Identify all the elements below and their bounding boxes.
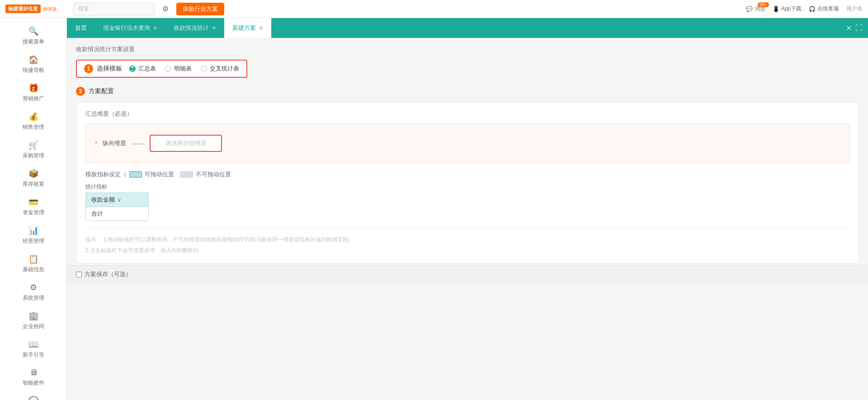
vertical-label: 纵向维度 bbox=[103, 139, 126, 147]
main-layout: 🔍 搜索菜单 🏠 快捷导航 🎁 营销推广 💰 销售管理 🛒 采购管理 📦 库存核… bbox=[0, 18, 868, 400]
footer-section: 方案保存（可选） bbox=[67, 265, 868, 283]
message-button[interactable]: 💬 消息 99+ bbox=[746, 5, 765, 13]
tab-new-plan[interactable]: 新建方案 ✕ bbox=[224, 18, 271, 38]
topbar: 畅捷通好生意 标准版 搜索 ⚙ 体验行业方案 💬 消息 99+ 📱 App下载 … bbox=[0, 0, 868, 18]
page-content: 收款情况统计方案设置 1 选择模板 汇总表 bbox=[67, 38, 868, 400]
metric-settings-header: 模板指标设定（ 可拖动位置 不可拖动位置 bbox=[85, 170, 849, 179]
system-icon: ⚙ bbox=[30, 282, 37, 292]
dimension-title: 汇总维度（必选） bbox=[85, 110, 849, 118]
sidebar-item-quick-nav[interactable]: 🏠 快捷导航 bbox=[0, 50, 66, 79]
sidebar-item-smart-hw[interactable]: 🖥 智能硬件 bbox=[0, 363, 66, 391]
stat-label: 统计指标 bbox=[85, 183, 149, 191]
monitor-icon: 🖥 bbox=[29, 368, 38, 377]
sidebar-item-inventory[interactable]: 📦 库存核算 bbox=[0, 164, 66, 193]
box-icon: 📦 bbox=[28, 169, 38, 179]
sidebar-label-enterprise: 企业协同 bbox=[23, 323, 44, 330]
tab-home[interactable]: 首页 bbox=[67, 18, 95, 38]
radio-summary-label: 汇总表 bbox=[138, 65, 156, 73]
sidebar-item-finance[interactable]: 💳 资金管理 bbox=[0, 193, 66, 221]
trial-button[interactable]: 体验行业方案 bbox=[176, 3, 224, 15]
dimension-row: * 纵向维度 —— 请选择分组维度 bbox=[95, 135, 840, 152]
online-service-button[interactable]: 🎧 在线客服 bbox=[809, 5, 839, 13]
sidebar-label-sales: 销售管理 bbox=[23, 123, 44, 131]
hint-line-1: 提示： 1.拖动标题栏可以调整布局，不可跨维度或指标区域拖动目字段(只能在同一维… bbox=[85, 234, 849, 245]
radio-cross[interactable]: 交叉统计表 bbox=[201, 65, 239, 73]
sidebar-item-system[interactable]: ⚙ 系统管理 bbox=[0, 278, 66, 306]
dimension-selector[interactable]: 请选择分组维度 bbox=[150, 135, 222, 152]
headset-icon: 🎧 bbox=[809, 6, 816, 12]
radio-detail-label: 明细表 bbox=[174, 65, 192, 73]
draggable-swatch bbox=[129, 171, 142, 178]
non-draggable-label: 不可拖动位置 bbox=[196, 170, 231, 179]
metric-tag-label: 收款金额 bbox=[91, 196, 115, 204]
sidebar-item-purchase[interactable]: 🛒 采购管理 bbox=[0, 136, 66, 164]
sidebar-item-marketing[interactable]: 🎁 营销推广 bbox=[0, 79, 66, 107]
sidebar-label-purchase: 采购管理 bbox=[23, 152, 44, 160]
sidebar: 🔍 搜索菜单 🏠 快捷导航 🎁 营销推广 💰 销售管理 🛒 采购管理 📦 库存核… bbox=[0, 18, 67, 400]
step1-number: 1 bbox=[84, 64, 93, 73]
metric-dropdown-arrow: ∨ bbox=[118, 197, 121, 203]
tab-new-plan-close[interactable]: ✕ bbox=[259, 25, 263, 31]
username-label: 用户名 bbox=[846, 5, 863, 13]
sidebar-item-enterprise[interactable]: 🏢 企业协同 bbox=[0, 306, 66, 335]
minimize-button[interactable]: ✕ bbox=[846, 24, 852, 33]
sidebar-label-smart-hw: 智能硬件 bbox=[23, 379, 44, 387]
radio-summary[interactable]: 汇总表 bbox=[129, 65, 156, 73]
brand-logo: 畅捷通好生意 标准版 bbox=[5, 5, 69, 13]
message-badge: 99+ bbox=[758, 2, 769, 7]
money-icon: 💰 bbox=[28, 112, 38, 122]
sidebar-label-system: 系统管理 bbox=[23, 294, 44, 302]
save-checkbox[interactable] bbox=[76, 272, 82, 278]
card-icon: 💳 bbox=[28, 197, 38, 207]
chart-icon: 📊 bbox=[28, 226, 38, 235]
logo-icon: 畅捷通好生意 bbox=[5, 5, 41, 13]
home-icon: 🏠 bbox=[28, 55, 38, 65]
sidebar-label-search-menu: 搜索菜单 bbox=[23, 38, 44, 46]
sidebar-item-enterprise-wechat[interactable]: 💬 企业微信 bbox=[0, 391, 66, 400]
step2-section: 2 方案配置 汇总维度（必选） * 纵向维度 —— 请选择分组维度 bbox=[76, 87, 859, 264]
save-checkbox-label[interactable]: 方案保存（可选） bbox=[76, 270, 132, 278]
sidebar-label-operations: 经营管理 bbox=[23, 237, 44, 245]
metric-header-row[interactable]: 收款金额 ∨ bbox=[86, 193, 148, 207]
guide-icon: 📖 bbox=[28, 339, 38, 349]
sidebar-label-guide: 新手引导 bbox=[23, 351, 44, 359]
tab-home-label: 首页 bbox=[75, 24, 87, 32]
wechat-icon: 💬 bbox=[28, 396, 38, 400]
radio-summary-circle bbox=[129, 66, 136, 72]
step1-label: 选择模板 bbox=[97, 65, 122, 73]
sidebar-label-marketing: 营销推广 bbox=[23, 95, 44, 103]
maximize-button[interactable]: ⛶ bbox=[855, 24, 863, 32]
online-service-label: 在线客服 bbox=[817, 5, 839, 13]
sidebar-item-search-menu[interactable]: 🔍 搜索菜单 bbox=[0, 22, 66, 50]
draggable-label: 可拖动位置 bbox=[145, 170, 174, 179]
app-download-button[interactable]: 📱 App下载 bbox=[773, 5, 802, 13]
sidebar-label-basic-info: 基础信息 bbox=[23, 266, 44, 273]
metric-table-area: 统计指标 收款金额 ∨ 合计 bbox=[85, 183, 849, 221]
enterprise-icon: 🏢 bbox=[28, 311, 38, 321]
required-mark: * bbox=[95, 140, 97, 147]
metric-settings: 模板指标设定（ 可拖动位置 不可拖动位置 统计指标 bbox=[85, 170, 849, 221]
cart-icon: 🛒 bbox=[28, 140, 38, 150]
gear-button[interactable]: ⚙ bbox=[159, 3, 172, 15]
search-bar-text: 搜索 bbox=[78, 5, 89, 13]
tab-bank-flow-close[interactable]: ✕ bbox=[153, 25, 157, 31]
sidebar-item-basic-info[interactable]: 📋 基础信息 bbox=[0, 249, 66, 278]
radio-detail-circle bbox=[165, 66, 171, 72]
tab-bank-flow[interactable]: 现金银行流水查询 ✕ bbox=[95, 18, 165, 38]
search-menu-icon: 🔍 bbox=[28, 26, 38, 36]
sidebar-item-sales[interactable]: 💰 销售管理 bbox=[0, 107, 66, 136]
metric-legend: 可拖动位置 不可拖动位置 bbox=[129, 170, 231, 179]
sidebar-item-operations[interactable]: 📊 经营管理 bbox=[0, 221, 66, 249]
hints-section: 提示： 1.拖动标题栏可以调整布局，不可跨维度或指标区域拖动目字段(只能在同一维… bbox=[85, 228, 849, 256]
hint-line-2: 2.点击标题栏下拉可设置排序、插入列和删除列 bbox=[85, 245, 849, 256]
tab-receipt-stats[interactable]: 收款情况统计 ✕ bbox=[165, 18, 224, 38]
radio-detail[interactable]: 明细表 bbox=[165, 65, 192, 73]
tabbar: 首页 现金银行流水查询 ✕ 收款情况统计 ✕ 新建方案 ✕ ✕ ⛶ bbox=[67, 18, 868, 38]
sidebar-item-guide[interactable]: 📖 新手引导 bbox=[0, 335, 66, 363]
tab-bank-flow-label: 现金银行流水查询 bbox=[103, 24, 150, 32]
search-bar: 搜索 bbox=[73, 3, 155, 15]
tab-receipt-stats-label: 收款情况统计 bbox=[174, 24, 209, 32]
tab-receipt-stats-close[interactable]: ✕ bbox=[212, 25, 216, 31]
sidebar-label-quick-nav: 快捷导航 bbox=[23, 66, 44, 74]
radio-cross-label: 交叉统计表 bbox=[210, 65, 239, 73]
